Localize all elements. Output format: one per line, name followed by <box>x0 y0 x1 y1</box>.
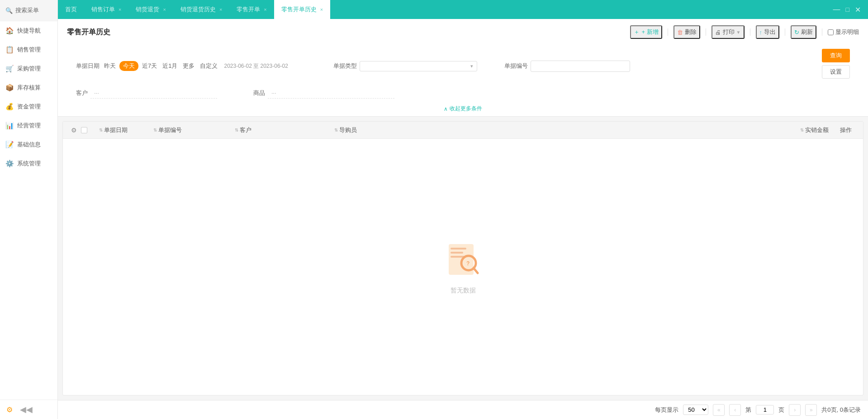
per-page-select[interactable]: 50 100 200 <box>683 405 708 415</box>
page-label-suffix: 页 <box>778 406 784 414</box>
search-icon: 🔍 <box>5 7 13 14</box>
tab-retail-open[interactable]: 零售开单 × <box>229 0 274 19</box>
th-date[interactable]: ⇅ 单据日期 <box>95 126 150 134</box>
export-button[interactable]: ↑ 导出 <box>756 25 780 39</box>
table-header-checkbox[interactable] <box>81 127 95 133</box>
page-title: 零售开单历史 <box>67 28 110 37</box>
th-guide[interactable]: ⇅ 导购员 <box>331 126 385 134</box>
tab-sales-order-close[interactable]: × <box>119 7 121 12</box>
add-button[interactable]: ＋ + 新增 <box>630 25 662 39</box>
sidebar-item-label: 经营管理 <box>17 122 41 130</box>
th-amount[interactable]: ⇅ 实销金额 <box>778 126 832 134</box>
sort-icon: ⇅ <box>153 127 157 132</box>
last-page-icon: » <box>810 407 813 413</box>
main-area: 首页 销售订单 × 销货退货 × 销货退货历史 × 零售开单 × 零售开单历史 … <box>58 0 868 419</box>
first-page-icon: « <box>717 407 721 413</box>
delete-button[interactable]: 🗑 删除 <box>674 25 700 39</box>
tab-retail-history-close[interactable]: × <box>320 7 323 12</box>
date-option-yesterday[interactable]: 昨天 <box>102 61 118 71</box>
tab-sales-return-history-close[interactable]: × <box>219 7 222 12</box>
current-page-input[interactable] <box>756 405 774 414</box>
tab-sales-return-close[interactable]: × <box>163 7 166 12</box>
sidebar-item-label: 销售管理 <box>17 46 41 54</box>
collapse-sidebar-icon[interactable]: ◀◀ <box>20 405 33 414</box>
first-page-btn[interactable]: « <box>713 404 725 416</box>
tab-sales-return-label: 销货退货 <box>136 5 159 14</box>
sidebar-item-inventory[interactable]: 📦 库存核算 <box>0 78 57 97</box>
sidebar-search[interactable]: 🔍 搜索采单 <box>0 0 57 21</box>
svg-rect-1 <box>451 248 466 250</box>
goods-filter: 商品 ··· <box>253 88 394 99</box>
last-page-btn[interactable]: » <box>805 404 817 416</box>
window-close-icon[interactable]: ✕ <box>855 5 861 14</box>
sidebar-item-finance[interactable]: 💰 资金管理 <box>0 97 57 116</box>
doc-no-label: 单据编号 <box>504 62 528 70</box>
customer-input[interactable]: ··· <box>90 88 217 99</box>
date-option-7days[interactable]: 近7天 <box>140 61 159 71</box>
show-detail-checkbox[interactable] <box>828 29 834 35</box>
date-range-text: 2023-06-02 至 2023-06-02 <box>224 62 288 70</box>
prev-page-btn[interactable]: ‹ <box>729 404 741 416</box>
prev-page-icon: ‹ <box>734 407 736 413</box>
filter-row-2: 客户 ··· 商品 ··· <box>76 88 850 99</box>
next-page-icon: › <box>794 407 796 413</box>
print-icon: 🖨 <box>715 29 721 36</box>
date-options: 昨天 今天 近7天 近1月 更多 自定义 <box>102 61 219 71</box>
query-button[interactable]: 查询 <box>822 49 850 62</box>
table-settings-icon[interactable]: ⚙ <box>66 127 81 134</box>
sidebar-item-quick-nav[interactable]: 🏠 快捷导航 <box>0 21 57 40</box>
svg-rect-2 <box>451 252 463 254</box>
select-all-checkbox[interactable] <box>81 127 87 133</box>
tab-sales-order[interactable]: 销售订单 × <box>84 0 128 19</box>
date-option-today[interactable]: 今天 <box>119 61 138 71</box>
customer-filter: 客户 ··· <box>76 88 217 99</box>
delete-icon: 🗑 <box>677 29 683 36</box>
th-action-label: 操作 <box>840 126 852 134</box>
filter-row-1: 单据日期 昨天 今天 近7天 近1月 更多 自定义 2023-06-02 至 2… <box>76 49 850 83</box>
refresh-button[interactable]: ↻ 刷新 <box>791 25 816 39</box>
divider-4 <box>785 28 785 36</box>
tab-sales-return-history[interactable]: 销货退货历史 × <box>173 0 229 19</box>
finance-icon: 💰 <box>5 103 14 111</box>
home-icon: 🏠 <box>5 27 14 35</box>
collapse-up-icon: ∧ <box>444 106 448 112</box>
window-min-icon[interactable]: — <box>833 5 840 14</box>
settings-gear-icon[interactable]: ⚙ <box>6 405 13 414</box>
sidebar-item-sales-mgmt[interactable]: 📋 销售管理 <box>0 40 57 59</box>
tab-retail-history[interactable]: 零售开单历史 × <box>274 0 330 19</box>
tab-home[interactable]: 首页 <box>58 0 84 19</box>
sidebar-item-sys-mgmt[interactable]: ⚙️ 系统管理 <box>0 154 57 173</box>
date-option-1month[interactable]: 近1月 <box>161 61 179 71</box>
filter-settings-button[interactable]: 设置 <box>822 65 850 79</box>
divider-3 <box>750 28 750 36</box>
window-max-icon[interactable]: □ <box>846 6 849 13</box>
sales-icon: 📋 <box>5 46 14 54</box>
sys-icon: ⚙️ <box>5 160 14 168</box>
sidebar-item-business-mgmt[interactable]: 📊 经营管理 <box>0 116 57 135</box>
th-no[interactable]: ⇅ 单据编号 <box>150 126 231 134</box>
window-controls: — □ ✕ <box>833 5 868 14</box>
sidebar-item-basic-info[interactable]: 📝 基础信息 <box>0 135 57 154</box>
svg-text:?: ? <box>466 260 470 267</box>
tab-retail-history-label: 零售开单历史 <box>281 5 317 14</box>
sidebar-item-label: 系统管理 <box>17 160 41 168</box>
tab-sales-return[interactable]: 销货退货 × <box>128 0 173 19</box>
goods-input[interactable]: ··· <box>268 88 394 99</box>
tab-retail-open-close[interactable]: × <box>264 7 266 12</box>
sidebar-item-label: 资金管理 <box>17 103 41 111</box>
sidebar-bottom: ⚙ ◀◀ <box>0 400 57 419</box>
th-client[interactable]: ⇅ 客户 <box>231 126 331 134</box>
collapse-filter-row[interactable]: ∧ 收起更多条件 <box>76 103 850 116</box>
show-detail-checkbox-label[interactable]: 显示明细 <box>828 28 859 36</box>
page-title-row: 零售开单历史 ＋ + 新增 🗑 删除 🖨 打印 ▼ <box>67 25 859 39</box>
doc-type-select[interactable]: ▾ <box>360 61 477 71</box>
date-option-custom[interactable]: 自定义 <box>198 61 219 71</box>
date-option-more[interactable]: 更多 <box>181 61 196 71</box>
collapse-label: 收起更多条件 <box>450 105 482 113</box>
next-page-btn[interactable]: › <box>789 404 801 416</box>
date-label: 单据日期 <box>76 62 100 70</box>
sidebar-item-purchase-mgmt[interactable]: 🛒 采购管理 <box>0 59 57 78</box>
sort-icon: ⇅ <box>800 127 804 132</box>
print-button[interactable]: 🖨 打印 ▼ <box>711 25 745 39</box>
doc-no-input[interactable] <box>531 61 630 72</box>
